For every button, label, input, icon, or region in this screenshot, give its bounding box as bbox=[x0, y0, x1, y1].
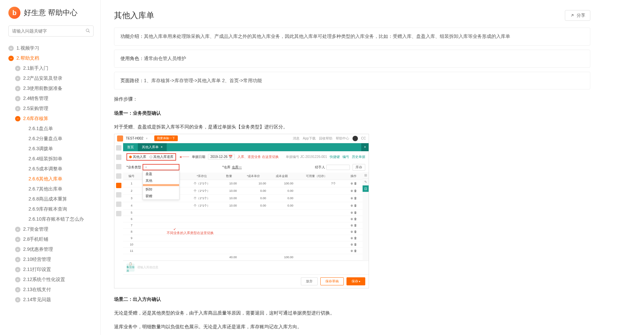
nav-item[interactable]: 2.6.1盘点单 bbox=[8, 124, 94, 134]
ss-toolbar-row2: *业务类型 ▾ 盘盈 其他 拆卸 获赠 bbox=[123, 163, 369, 172]
ss-annotation-1: 入库、退货业务 在这里切换 bbox=[237, 155, 279, 159]
ss-dropdown-item[interactable]: 获赠 bbox=[143, 193, 179, 200]
nav-label: 2.6.6其他入库单 bbox=[29, 176, 62, 182]
ss-th: 成本金额 bbox=[268, 173, 295, 180]
table-row[interactable]: 5⊕ 🗑 bbox=[123, 209, 363, 216]
ss-th: 编号 bbox=[123, 173, 140, 180]
nav-item[interactable]: +2.14常见问题 bbox=[8, 295, 94, 305]
ss-tab-close-all[interactable]: × bbox=[361, 143, 369, 151]
search-input[interactable] bbox=[8, 25, 94, 37]
ss-dropdown-item[interactable]: 拆卸 bbox=[143, 186, 179, 193]
ss-discard-button[interactable]: 放弃 bbox=[301, 277, 318, 285]
ss-dropdown-item[interactable]: 盘盈 bbox=[143, 171, 179, 177]
ss-date-label: 单据日期 bbox=[192, 155, 205, 159]
ss-leftnav-item-active[interactable] bbox=[116, 183, 121, 188]
ss-link-history[interactable]: 历史单据 bbox=[352, 155, 365, 159]
logo[interactable]: b 好生意 帮助中心 bbox=[8, 7, 94, 19]
nav-item[interactable]: +2.11打印设置 bbox=[8, 265, 94, 275]
plus-icon: + bbox=[15, 247, 20, 252]
ss-tab-active[interactable]: 其他入库单× bbox=[138, 143, 167, 151]
ss-leftnav-item[interactable] bbox=[116, 173, 121, 179]
table-row[interactable]: 4个（1*1个）10.000.000.00⊕ 🗑 bbox=[123, 202, 363, 209]
ss-leftnav-item[interactable] bbox=[116, 211, 121, 216]
ss-warehouse-label: *仓库 bbox=[222, 165, 230, 170]
ss-top-help[interactable]: 帮助中心 bbox=[336, 136, 349, 141]
ss-logo-icon bbox=[117, 135, 123, 142]
close-icon[interactable]: × bbox=[161, 145, 163, 149]
nav-item[interactable]: 2.6.8商品成本重算 bbox=[8, 194, 94, 204]
ss-leftnav-item[interactable] bbox=[116, 145, 121, 151]
table-row[interactable]: 7⊕ 🗑 bbox=[123, 222, 363, 228]
ss-doc-type-radio[interactable]: 其他入库 其他入库退库 bbox=[126, 153, 176, 161]
nav-item[interactable]: +1.视频学习 bbox=[8, 43, 94, 53]
ss-leftnav-item[interactable] bbox=[116, 192, 121, 198]
table-row[interactable]: 10⊕ 🗑 bbox=[123, 241, 363, 247]
nav-item[interactable]: −2.6库存核算 bbox=[8, 114, 94, 124]
nav-item[interactable]: 2.6.2分量盘点单 bbox=[8, 134, 94, 144]
ss-rightstrip-item[interactable]: ✎ bbox=[363, 179, 369, 185]
nav-item[interactable]: +2.5采购管理 bbox=[8, 104, 94, 114]
nav-label: 1.视频学习 bbox=[16, 45, 39, 51]
nav-item[interactable]: 2.6.10库存账本错了怎么办 bbox=[8, 214, 94, 224]
ss-draft-button[interactable]: 保存草稿 bbox=[320, 277, 344, 285]
nav-item[interactable]: 2.6.3调拨单 bbox=[8, 144, 94, 154]
nav-item[interactable]: +2.9优惠券管理 bbox=[8, 244, 94, 255]
ss-top-msg[interactable]: 消息 bbox=[293, 136, 300, 141]
nav-item[interactable]: +2.13在线支付 bbox=[8, 285, 94, 295]
ss-date-input[interactable]: 2019-12-26 📅 bbox=[208, 154, 235, 160]
ss-radio-return[interactable]: 其他入库退库 bbox=[153, 155, 173, 159]
share-button[interactable]: 分享 bbox=[565, 10, 590, 21]
ss-tab-home[interactable]: 首页 bbox=[123, 143, 138, 151]
nav-item[interactable]: +2.10经营管理 bbox=[8, 255, 94, 265]
plus-icon: + bbox=[15, 277, 20, 282]
nav-item[interactable]: −2.帮助文档 bbox=[8, 53, 94, 63]
ss-leftnav-item[interactable] bbox=[116, 155, 121, 160]
nav-item[interactable]: 2.6.6其他入库单 bbox=[8, 174, 94, 184]
ss-note-input[interactable]: 请输入其他信息 bbox=[137, 265, 365, 270]
ss-clerk-input[interactable] bbox=[326, 165, 350, 170]
table-row[interactable]: 8⊕ 🗑 bbox=[123, 228, 363, 235]
nav-label: 2.帮助文档 bbox=[16, 55, 39, 61]
nav-item[interactable]: +2.2产品安装及登录 bbox=[8, 73, 94, 83]
ss-stock-button[interactable]: 库存 bbox=[353, 164, 365, 171]
nav-item[interactable]: 2.6.5成本调整单 bbox=[8, 164, 94, 174]
table-row[interactable]: 6⊕ 🗑 bbox=[123, 216, 363, 222]
table-summary-row: 40.00100.00 bbox=[123, 254, 363, 260]
ss-leftnav-item[interactable] bbox=[116, 202, 121, 207]
nav-item[interactable]: 2.6.4组装拆卸单 bbox=[8, 154, 94, 164]
ss-trial-badge[interactable]: 我要体验一下 bbox=[154, 135, 178, 141]
nav-tree: +1.视频学习−2.帮助文档+2.1新手入门+2.2产品安装及登录+2.3使用前… bbox=[8, 43, 94, 305]
ss-link-hotkey[interactable]: 快捷键 bbox=[330, 155, 340, 159]
nav-item[interactable]: +2.8手机旺铺 bbox=[8, 234, 94, 244]
ss-biztype-dropdown[interactable]: ▾ 盘盈 其他 拆卸 获赠 bbox=[143, 164, 179, 170]
ss-save-button[interactable]: 保存 bbox=[346, 277, 365, 285]
nav-item[interactable]: 2.6.7其他出库单 bbox=[8, 184, 94, 194]
nav-item[interactable]: +2.4销售管理 bbox=[8, 94, 94, 104]
ss-avatar[interactable] bbox=[353, 136, 358, 141]
ss-rightstrip-item[interactable]: ⊡ bbox=[363, 185, 369, 192]
nav-label: 2.6.2分量盘点单 bbox=[29, 136, 62, 142]
info-role: 使用角色：通常由仓管人员维护 bbox=[114, 50, 590, 68]
table-row[interactable]: 11⊕ 🗑 bbox=[123, 247, 363, 254]
ss-dropdown-item[interactable]: 其他 bbox=[143, 177, 179, 184]
ss-leftnav-item[interactable] bbox=[116, 164, 121, 169]
ss-radio-in[interactable]: 其他入库 bbox=[133, 155, 146, 159]
table-row[interactable]: 9⊕ 🗑 bbox=[123, 235, 363, 241]
nav-item[interactable]: +2.12系统个性化设置 bbox=[8, 275, 94, 285]
ss-rightstrip-item[interactable]: ⊞ bbox=[363, 172, 369, 179]
nav-item[interactable]: +2.7资金管理 bbox=[8, 224, 94, 234]
svg-point-0 bbox=[86, 29, 89, 32]
nav-item[interactable]: 2.6.9库存账本查询 bbox=[8, 204, 94, 214]
minus-icon: − bbox=[8, 56, 14, 61]
ss-docno-label: 单据编号 bbox=[286, 155, 299, 159]
ss-annotation-2: ↙ 不同业务的入库类型在这里切换 bbox=[167, 227, 214, 235]
ss-link-number[interactable]: 编号 bbox=[342, 155, 349, 159]
ss-top-app[interactable]: App下载 bbox=[303, 136, 316, 141]
sidebar: b 好生意 帮助中心 +1.视频学习−2.帮助文档+2.1新手入门+2.2产品安… bbox=[0, 0, 101, 335]
nav-label: 2.6.10库存账本错了怎么办 bbox=[29, 216, 84, 222]
nav-item[interactable]: +2.3使用前数据准备 bbox=[8, 83, 94, 94]
ss-warehouse-val[interactable]: 仓库一 bbox=[232, 165, 242, 170]
search-icon[interactable] bbox=[86, 28, 90, 34]
nav-item[interactable]: +2.1新手入门 bbox=[8, 63, 94, 73]
ss-top-recycle[interactable]: 回收帮助 bbox=[319, 136, 332, 141]
